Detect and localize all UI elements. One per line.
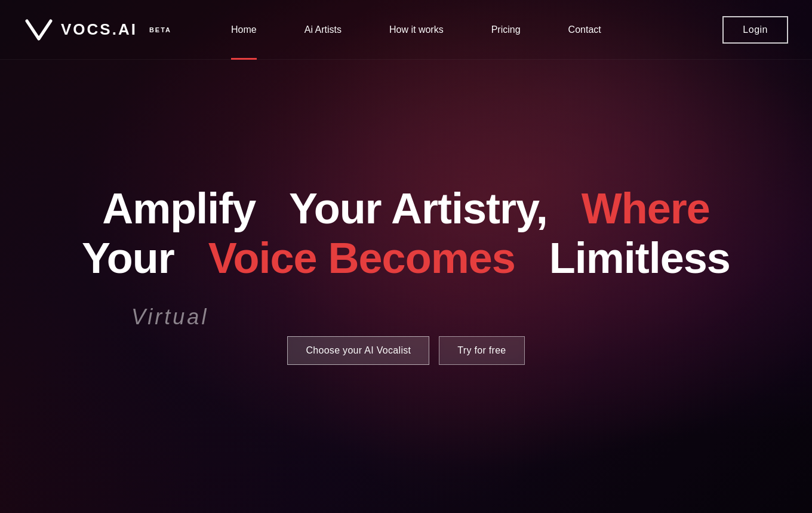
limitless-text: Limitless [549, 234, 730, 282]
nav-ai-artists[interactable]: Ai Artists [281, 0, 365, 60]
hero-headline: Amplify Your Artistry, Where Your Voice … [82, 184, 730, 283]
nav-home[interactable]: Home [207, 0, 281, 60]
nav-links: Home Ai Artists How it works Pricing Con… [207, 0, 722, 60]
choose-vocalist-button[interactable]: Choose your AI Vocalist [287, 336, 429, 365]
headline-line-2: Your Voice Becomes Limitless [82, 234, 730, 283]
try-free-button[interactable]: Try for free [439, 336, 524, 365]
logo-icon [24, 15, 54, 45]
beta-badge: BETA [149, 26, 171, 33]
nav-pricing[interactable]: Pricing [467, 0, 545, 60]
where-text: Where [582, 185, 710, 232]
your-text: Your [82, 234, 174, 282]
headline-line-1: Amplify Your Artistry, Where [82, 184, 730, 234]
cta-buttons: Choose your AI Vocalist Try for free [287, 336, 524, 365]
nav-how-it-works[interactable]: How it works [365, 0, 467, 60]
logo-text: VOCS.AI [61, 20, 137, 39]
your-artistry-text: Your Artistry, [289, 185, 548, 232]
logo-area: VOCS.AI BETA [24, 15, 171, 45]
hero-section: VOCS.AI BETA Home Ai Artists How it work… [0, 0, 812, 513]
amplify-text: Amplify [102, 185, 256, 232]
voice-becomes-text: Voice Becomes [208, 234, 515, 282]
hero-content: Amplify Your Artistry, Where Your Voice … [0, 0, 812, 513]
nav-contact[interactable]: Contact [545, 0, 625, 60]
navbar: VOCS.AI BETA Home Ai Artists How it work… [0, 0, 812, 60]
login-button[interactable]: Login [722, 16, 788, 44]
nav-right: Login [722, 16, 788, 44]
